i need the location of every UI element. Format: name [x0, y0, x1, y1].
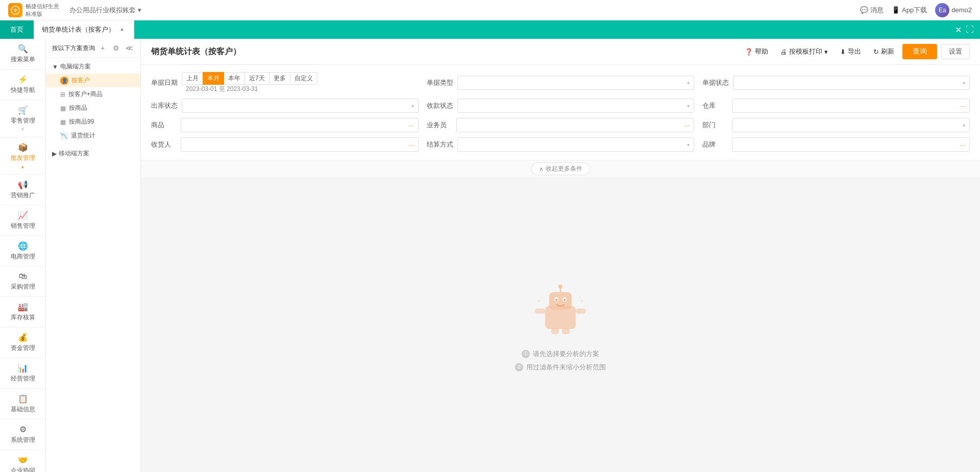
- warehouse-input[interactable]: ···: [732, 99, 970, 113]
- department-input[interactable]: ▾: [732, 118, 970, 132]
- filter-cell-department: 部门 ▾: [702, 118, 970, 132]
- sidebar-item-operation[interactable]: 📊 经营管理: [0, 358, 45, 389]
- chevron-down-icon: ▾: [687, 142, 690, 148]
- date-range-display: 2023-03-01 至 2023-03-31: [186, 85, 419, 93]
- filter-row-2: 出库状态 ▾ 收款状态 ▾ 仓库: [151, 99, 970, 113]
- export-button[interactable]: ⬇ 导出: [836, 45, 865, 58]
- svg-point-18: [579, 296, 581, 298]
- table2-icon: ▦: [60, 119, 66, 126]
- period-this-month[interactable]: 本月: [203, 72, 224, 85]
- receipt-status-input[interactable]: ▾: [457, 99, 694, 113]
- sidebar-item-purchase[interactable]: 🛍 采购管理: [0, 267, 45, 297]
- sales-icon: 📈: [18, 210, 28, 220]
- receipt-status-label: 收款状态: [427, 101, 453, 110]
- tree-section-desktop-header[interactable]: ▼ 电脑端方案: [46, 60, 140, 74]
- by-customer-icon: 👤: [60, 77, 68, 85]
- sidebar-item-marketing[interactable]: 📢 营销推广: [0, 175, 45, 205]
- tab-active[interactable]: 销货单统计表（按客户） ×: [34, 20, 134, 39]
- chevron-down-icon: ▾: [138, 6, 141, 14]
- search-icon: 🔍: [18, 44, 28, 54]
- print-button[interactable]: 🖨 按模板打印 ▾: [776, 45, 832, 58]
- salesperson-input[interactable]: ···: [456, 118, 694, 132]
- sidebar-item-quick-nav[interactable]: ⚡ 快捷导航: [0, 69, 45, 100]
- sidebar-item-search[interactable]: 🔍 搜索菜单: [0, 39, 45, 69]
- basic-icon: 📋: [18, 394, 28, 404]
- retail-icon: 🛒: [18, 105, 28, 115]
- date-label: 单据日期: [151, 78, 178, 87]
- more-icon: ···: [960, 141, 965, 149]
- sidebar-item-ecommerce[interactable]: 🌐 电商管理: [0, 236, 45, 267]
- recipient-input[interactable]: ···: [181, 137, 419, 152]
- tree-node-by-customer-goods[interactable]: ⊞ 按客户+商品: [46, 87, 140, 101]
- breadcrumb[interactable]: 办公用品行业模拟账套 ▾: [69, 6, 141, 15]
- sidebar-item-enterprise[interactable]: 🤝 企业协同: [0, 450, 45, 472]
- refresh-button[interactable]: ↻ 刷新: [869, 45, 898, 58]
- tree-node-by-customer[interactable]: 👤 按客户: [46, 74, 140, 87]
- page-title: 销货单统计表（按客户）: [151, 46, 241, 57]
- period-more[interactable]: 更多: [269, 72, 290, 85]
- tab-close-icon[interactable]: ×: [118, 26, 126, 34]
- out-status-input[interactable]: ▾: [182, 99, 419, 113]
- period-this-year[interactable]: 本年: [224, 72, 245, 85]
- tree-section-mobile-header[interactable]: ▶ 移动端方案: [46, 147, 140, 160]
- settings-button[interactable]: 设置: [941, 44, 970, 59]
- order-status-input[interactable]: ▾: [733, 76, 970, 90]
- filter-cell-order-status: 单据状态 ▾: [702, 72, 970, 93]
- add-scheme-button[interactable]: +: [97, 43, 108, 53]
- payment-label: 结算方式: [427, 140, 453, 149]
- tree-node-by-goods[interactable]: ▦ 按商品: [46, 101, 140, 115]
- more-icon: ···: [960, 102, 965, 110]
- window-maximize-button[interactable]: ⛶: [966, 25, 974, 34]
- sidebar-item-wholesale[interactable]: 📦 批发管理 ▴: [0, 137, 45, 175]
- order-type-input[interactable]: ▾: [457, 76, 694, 90]
- phone-icon: 📱: [892, 6, 900, 14]
- query-button[interactable]: 查询: [902, 44, 937, 59]
- brand-input[interactable]: ···: [732, 137, 970, 152]
- settings-scheme-button[interactable]: ⚙: [111, 43, 121, 53]
- sidebar-item-finance[interactable]: 💰 资金管理: [0, 327, 45, 358]
- chevron-up-icon: ▴: [21, 164, 24, 169]
- payment-input[interactable]: ▾: [457, 137, 694, 152]
- svg-point-16: [542, 303, 543, 304]
- help-button[interactable]: ❓ 帮助: [741, 45, 772, 58]
- filter-section: 单据日期 上月 本月 本年 近7天 更多 自定义 2023-03-01 至 20…: [141, 65, 980, 160]
- empty-tip-1: ① 请先选择要分析的方案: [522, 349, 599, 359]
- filter-row-1: 单据日期 上月 本月 本年 近7天 更多 自定义 2023-03-01 至 20…: [151, 72, 970, 93]
- date-period-group: 上月 本月 本年 近7天 更多 自定义 2023-03-01 至 2023-03…: [182, 72, 419, 93]
- logo-area: 畅捷信好生意 标准版: [8, 3, 59, 17]
- header-right: 💬 消息 📱 App下载 Ea demo2: [860, 3, 972, 17]
- sidebar-item-basic[interactable]: 📋 基础信息: [0, 389, 45, 419]
- goods-input[interactable]: ···: [181, 118, 419, 132]
- sidebar-item-sales[interactable]: 📈 销售管理: [0, 205, 45, 236]
- filter-cell-recipient: 收货人 ···: [151, 137, 419, 152]
- window-close-button[interactable]: ✕: [955, 25, 962, 35]
- chevron-down-icon: ▾: [963, 80, 965, 86]
- tab-home[interactable]: 首页: [0, 20, 34, 39]
- filter-row-4: 收货人 ··· 结算方式 ▾ 品牌: [151, 137, 970, 152]
- left-panel-header: 按以下方案查询 + ⚙ ≪: [46, 39, 140, 58]
- goods-label: 商品: [151, 121, 177, 130]
- svg-point-11: [558, 285, 562, 289]
- collapse-button[interactable]: ∧ 收起更多条件: [531, 162, 590, 175]
- message-button[interactable]: 💬 消息: [860, 6, 884, 15]
- tip-num-1: ①: [522, 350, 530, 358]
- sidebar-item-inventory[interactable]: 🏭 库存核算: [0, 297, 45, 327]
- avatar: Ea: [935, 3, 949, 17]
- chevron-down-icon: ▾: [963, 123, 965, 128]
- collapse-row: ∧ 收起更多条件: [141, 160, 980, 177]
- sidebar-item-retail[interactable]: 🛒 零售管理 ▾: [0, 100, 45, 137]
- more-icon: ···: [684, 122, 690, 129]
- period-7-days[interactable]: 近7天: [244, 72, 270, 85]
- collapse-panel-button[interactable]: ≪: [124, 43, 134, 53]
- tree-node-by-goods-99[interactable]: ▦ 按商品99: [46, 115, 140, 129]
- app-download-button[interactable]: 📱 App下载: [892, 6, 927, 15]
- svg-rect-9: [576, 309, 586, 314]
- logo-icon: [8, 3, 22, 17]
- warehouse-label: 仓库: [702, 101, 728, 110]
- user-menu[interactable]: Ea demo2: [935, 3, 972, 17]
- period-last-month[interactable]: 上月: [182, 72, 203, 85]
- period-custom[interactable]: 自定义: [290, 72, 317, 85]
- sidebar-item-system[interactable]: ⚙ 系统管理: [0, 419, 45, 450]
- tree-node-return-stats[interactable]: 📉 退货统计: [46, 129, 140, 143]
- chevron-down-icon: ▾: [21, 127, 24, 132]
